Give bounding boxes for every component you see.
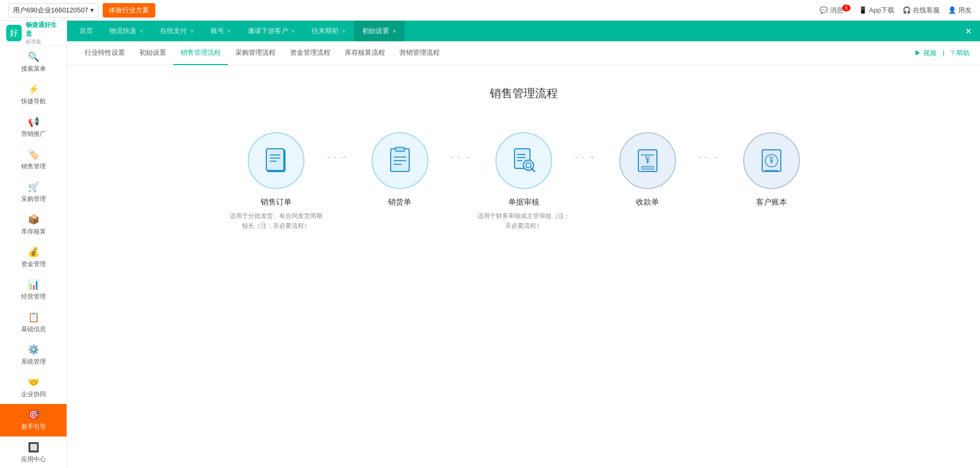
flow-arrow-2: - - → <box>446 132 477 161</box>
sub-tab-initial-setup[interactable]: 初始设置 <box>132 41 173 65</box>
dropdown-arrow-icon: ▾ <box>90 6 94 14</box>
tab-home[interactable]: 首页 <box>71 21 101 41</box>
tab-account[interactable]: 账号 ✕ <box>202 21 239 41</box>
step-sales-order-desc: 适用于分批发货、有合同发货周期较长（注：非必要流程） <box>230 211 323 231</box>
sidebar-item-system-mgmt[interactable]: ⚙️ 系统管理 <box>0 339 67 371</box>
delivery-icon <box>386 147 414 175</box>
message-btn[interactable]: 💬 消息 6 <box>820 6 850 15</box>
tab-logistics[interactable]: 物流快递 ✕ <box>101 21 152 41</box>
online-service-btn[interactable]: 🎧 在线客服 <box>903 6 940 15</box>
video-icon: ▶ <box>914 49 921 57</box>
tab-invite-downstream[interactable]: 邀请下游客户 ✕ <box>239 21 303 41</box>
system-icon: ⚙️ <box>28 344 39 355</box>
inventory-icon: 📦 <box>28 214 39 225</box>
order-icon <box>262 147 290 175</box>
sidebar-item-enterprise-collab-label: 企业协同 <box>21 390 46 399</box>
sidebar-item-app-center-label: 应用中心 <box>21 455 46 464</box>
step-customer-ledger-name: 客户账本 <box>756 197 787 207</box>
flow-arrow-1: - - → <box>323 132 354 161</box>
step-sales-order-name: 销售订单 <box>261 197 292 207</box>
message-label: 消息 <box>830 6 843 15</box>
sub-tab-sales-flow-label: 销售管理流程 <box>181 48 221 57</box>
tab-invite-close[interactable]: ✕ <box>291 28 295 34</box>
quick-nav-icon: ⚡ <box>28 84 39 95</box>
sub-tab-purchase-flow[interactable]: 采购管理流程 <box>228 41 283 65</box>
sub-tab-sales-flow[interactable]: 销售管理流程 <box>173 41 228 65</box>
tab-payment-label: 在线支付 <box>160 26 187 36</box>
sidebar-item-finance-mgmt[interactable]: 💰 资金管理 <box>0 241 67 274</box>
top-bar-right: 💬 消息 6 📱 App下载 🎧 在线客服 👤 用友 <box>820 6 972 15</box>
tab-payment-close[interactable]: ✕ <box>190 28 194 34</box>
headset-icon: 🎧 <box>903 6 911 14</box>
sidebar-item-marketing-promo[interactable]: 📢 营销推广 <box>0 111 67 144</box>
search-icon: 🔍 <box>28 51 39 63</box>
user-selector[interactable]: 用户690企业1660120507 ▾ <box>8 3 99 18</box>
sub-tab-finance-flow[interactable]: 资金管理流程 <box>283 41 338 65</box>
flow-circle-sales-order[interactable] <box>248 132 304 189</box>
user-btn[interactable]: 👤 用友 <box>948 6 972 15</box>
app-download-btn[interactable]: 📱 App下载 <box>859 6 894 15</box>
app-icon: 📱 <box>859 6 867 14</box>
sidebar-item-newbie-guide-label: 新手引导 <box>21 423 46 431</box>
message-icon: 💬 <box>820 6 828 14</box>
svg-line-16 <box>532 168 535 171</box>
tab-past-opening[interactable]: 往来期初 ✕ <box>303 21 354 41</box>
logo-icon: 好 <box>6 25 22 41</box>
flow-circle-receipt[interactable]: ¥ <box>619 132 676 189</box>
ledger-icon: ¥ <box>758 147 785 175</box>
flow-content: 销售管理流程 <box>67 65 980 252</box>
sub-tab-industry-settings[interactable]: 行业特性设置 <box>77 41 132 65</box>
sidebar-item-purchase-mgmt[interactable]: 🛒 采购管理 <box>0 176 67 209</box>
marketing-icon: 📢 <box>28 116 39 128</box>
tab-initial-setup[interactable]: 初始设置 ✕ <box>354 21 405 41</box>
tab-past-opening-close[interactable]: ✕ <box>342 28 346 34</box>
video-link[interactable]: ▶ 视频 <box>914 49 937 58</box>
top-bar: 用户690企业1660120507 ▾ 体验行业方案 💬 消息 6 📱 App下… <box>0 0 980 21</box>
sidebar-item-inventory[interactable]: 📦 库存核算 <box>0 209 67 241</box>
flow-arrow-4: - - → <box>694 132 725 161</box>
sub-tab-marketing-flow[interactable]: 营销管理流程 <box>392 41 447 65</box>
flow-step-receipt: ¥ 收款单 <box>601 132 694 211</box>
sidebar-logo: 好 畅捷通好生意 标准版 <box>0 21 67 46</box>
sales-icon: 🏷️ <box>28 149 39 160</box>
svg-rect-9 <box>395 147 405 151</box>
tab-account-label: 账号 <box>211 26 224 36</box>
flow-circle-customer-ledger[interactable]: ¥ <box>743 132 800 189</box>
tab-initial-setup-close[interactable]: ✕ <box>392 28 396 34</box>
top-bar-left: 用户690企业1660120507 ▾ 体验行业方案 <box>8 3 155 18</box>
tab-logistics-close[interactable]: ✕ <box>139 28 143 34</box>
main-layout: 好 畅捷通好生意 标准版 🔍 搜索菜单 ⚡ 快捷导航 📢 营销推广 🏷️ 销售管… <box>0 21 980 468</box>
tab-home-label: 首页 <box>79 26 93 36</box>
sidebar-item-quick-nav-label: 快捷导航 <box>21 97 46 106</box>
sub-tab-inventory-flow[interactable]: 库存核算流程 <box>338 41 392 65</box>
flow-circle-sales-delivery[interactable] <box>372 132 428 189</box>
sub-tabs-right: ▶ 视频 | ? 帮助 <box>914 49 970 58</box>
tab-payment[interactable]: 在线支付 ✕ <box>152 21 202 41</box>
sidebar-item-basic-info-label: 基础信息 <box>21 325 46 334</box>
tab-account-close[interactable]: ✕ <box>227 28 231 34</box>
sidebar-item-operations-mgmt[interactable]: 📊 经营管理 <box>0 274 67 306</box>
logo-text: 畅捷通好生意 标准版 <box>26 21 60 45</box>
sub-tab-initial-setup-label: 初始设置 <box>139 48 166 57</box>
content-area: 首页 物流快递 ✕ 在线支付 ✕ 账号 ✕ 邀请下游客户 ✕ 往来期初 ✕ <box>67 21 980 468</box>
sidebar-item-enterprise-collab[interactable]: 🤝 企业协同 <box>0 371 67 404</box>
sidebar-item-basic-info[interactable]: 📋 基础信息 <box>0 306 67 339</box>
flow-circle-doc-review[interactable] <box>495 132 552 189</box>
sidebar-item-sales-mgmt[interactable]: 🏷️ 销售管理 <box>0 144 67 176</box>
sidebar-item-quick-nav[interactable]: ⚡ 快捷导航 <box>0 79 67 111</box>
trial-button[interactable]: 体验行业方案 <box>103 3 155 18</box>
sidebar-item-operations-mgmt-label: 经营管理 <box>21 292 46 301</box>
sidebar-item-newbie-guide[interactable]: 🎯 新手引导 <box>0 404 67 436</box>
basic-info-icon: 📋 <box>28 311 39 323</box>
arrow-dots-4: - - → <box>699 153 720 161</box>
svg-rect-4 <box>266 149 284 170</box>
review-icon <box>510 147 538 175</box>
sidebar-item-search-label: 搜索菜单 <box>21 65 46 73</box>
flow-step-sales-delivery: 销货单 <box>354 132 446 211</box>
sidebar-item-search[interactable]: 🔍 搜索菜单 <box>0 46 67 79</box>
guide-icon: 🎯 <box>28 409 39 420</box>
close-all-tabs-btn[interactable]: ✕ <box>961 26 976 36</box>
flow-step-customer-ledger: ¥ 客户账本 <box>725 132 818 211</box>
sidebar-item-app-center[interactable]: 🔲 应用中心 <box>0 436 67 468</box>
help-link[interactable]: ? 帮助 <box>951 49 970 58</box>
